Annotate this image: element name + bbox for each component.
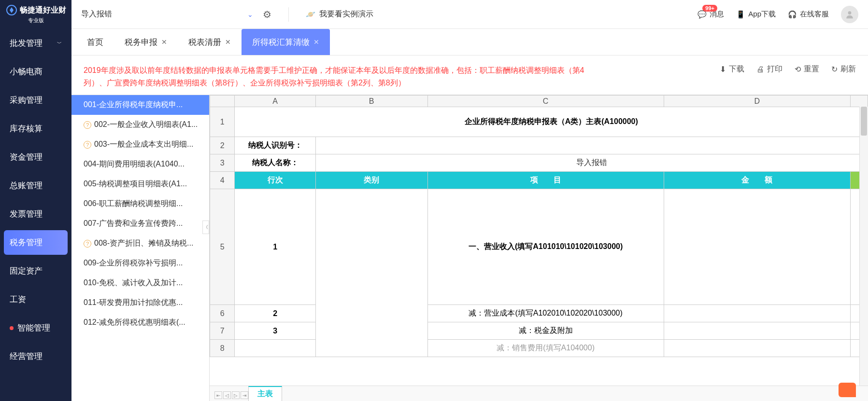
taxpayer-id-label[interactable]: 纳税人识别号： bbox=[235, 137, 315, 154]
sheet-corner[interactable] bbox=[210, 96, 235, 107]
tree-item[interactable]: 010-免税、减计收入及加计... bbox=[71, 273, 209, 293]
app-download-button[interactable]: 📱 App下载 bbox=[736, 10, 776, 19]
col-head-c[interactable]: C bbox=[427, 96, 664, 107]
tree-item[interactable]: 011-研发费用加计扣除优惠... bbox=[71, 293, 209, 313]
row-head[interactable]: 5 bbox=[210, 189, 235, 305]
row-head[interactable]: 4 bbox=[210, 172, 235, 189]
row-head[interactable]: 3 bbox=[210, 154, 235, 172]
tree-item[interactable]: ?002-一般企业收入明细表(A1... bbox=[71, 115, 209, 135]
data-rownum[interactable]: 1 bbox=[235, 189, 315, 305]
print-icon: 🖨 bbox=[756, 65, 764, 74]
tree-item[interactable]: 012-减免所得税优惠明细表(... bbox=[71, 313, 209, 332]
reset-button[interactable]: ⟲重置 bbox=[795, 64, 819, 74]
row-head[interactable]: 8 bbox=[210, 340, 235, 357]
taxpayer-name-label[interactable]: 纳税人名称： bbox=[235, 154, 315, 172]
sidebar-item[interactable]: 采购管理 bbox=[0, 86, 71, 114]
print-button[interactable]: 🖨打印 bbox=[756, 64, 783, 74]
taxpayer-id-value[interactable] bbox=[315, 137, 868, 154]
refresh-button[interactable]: ↻刷新 bbox=[831, 64, 856, 74]
data-amount[interactable] bbox=[664, 305, 850, 322]
col-item[interactable]: 项 目 bbox=[427, 172, 664, 189]
col-head-d[interactable]: D bbox=[664, 96, 850, 107]
sidebar-item[interactable]: 总账管理 bbox=[0, 171, 71, 200]
sidebar-item[interactable]: 小畅电商 bbox=[0, 57, 71, 86]
sheet-nav-next[interactable]: ▷ bbox=[232, 391, 240, 399]
tree-item[interactable]: ?003-一般企业成本支出明细... bbox=[71, 135, 209, 154]
scrollbar-thumb[interactable] bbox=[861, 107, 867, 136]
chat-bubble-icon[interactable] bbox=[839, 383, 856, 397]
messages-button[interactable]: 99+ 💬 消息 bbox=[697, 10, 724, 19]
sidebar-item[interactable]: 库存核算 bbox=[0, 114, 71, 143]
support-button[interactable]: 🎧 在线客服 bbox=[788, 10, 829, 19]
col-head-e[interactable] bbox=[850, 96, 868, 107]
sidebar-item[interactable]: 批发管理﹀ bbox=[0, 29, 71, 57]
download-button[interactable]: ⬇下载 bbox=[720, 64, 744, 74]
data-amount[interactable] bbox=[664, 340, 850, 357]
sidebar-label: 智能管理 bbox=[17, 322, 50, 333]
col-amount[interactable]: 金 额 bbox=[664, 172, 850, 189]
tree-item[interactable]: 005-纳税调整项目明细表(A1... bbox=[71, 174, 209, 194]
tabs-bar: 首页税务申报✕税表清册✕所得税汇算清缴✕ bbox=[71, 29, 868, 55]
avatar[interactable] bbox=[841, 6, 858, 23]
row-head[interactable]: 1 bbox=[210, 107, 235, 137]
col-head-b[interactable]: B bbox=[315, 96, 427, 107]
tab[interactable]: 所得税汇算清缴✕ bbox=[242, 29, 330, 55]
col-rownum[interactable]: 行次 bbox=[235, 172, 315, 189]
sheet-title[interactable]: 企业所得税年度纳税申报表（A类）主表(A100000) bbox=[235, 107, 868, 137]
company-dropdown[interactable]: 导入报错 ⌄ bbox=[81, 9, 253, 19]
col-category[interactable]: 类别 bbox=[315, 172, 427, 189]
tree-item[interactable]: 004-期间费用明细表(A1040... bbox=[71, 154, 209, 174]
demo-link[interactable]: 🪐 我要看实例演示 bbox=[306, 9, 373, 19]
tab-label: 税表清册 bbox=[188, 37, 221, 48]
brand-name: 畅捷通好业财 bbox=[20, 5, 66, 15]
tree-label: 009-企业所得税弥补亏损明... bbox=[84, 258, 183, 268]
row-head[interactable]: 7 bbox=[210, 322, 235, 340]
category-cell[interactable] bbox=[315, 189, 427, 357]
row-head[interactable]: 2 bbox=[210, 137, 235, 154]
sheet-nav-last[interactable]: ⇥ bbox=[241, 391, 248, 399]
data-rownum[interactable] bbox=[235, 340, 315, 357]
data-amount[interactable] bbox=[664, 322, 850, 340]
collapse-tree-button[interactable]: 《 bbox=[202, 221, 209, 234]
close-icon[interactable]: ✕ bbox=[313, 38, 319, 46]
tab[interactable]: 税表清册✕ bbox=[178, 29, 242, 55]
app-download-label: App下载 bbox=[748, 10, 776, 19]
row-head[interactable]: 6 bbox=[210, 305, 235, 322]
tree-item[interactable]: 007-广告费和业务宣传费跨... bbox=[71, 214, 209, 234]
tab[interactable]: 税务申报✕ bbox=[114, 29, 178, 55]
sidebar-label: 小畅电商 bbox=[10, 66, 43, 77]
tab[interactable]: 首页 bbox=[76, 29, 114, 55]
sheet-nav-first[interactable]: ⇤ bbox=[214, 391, 222, 399]
data-rownum[interactable]: 3 bbox=[235, 322, 315, 340]
sheet-nav-prev[interactable]: ◁ bbox=[223, 391, 231, 399]
brand-icon bbox=[6, 4, 17, 16]
data-item[interactable]: 减：营业成本(填写A102010\102020\103000) bbox=[427, 305, 664, 322]
sidebar-item[interactable]: 税务管理 bbox=[4, 230, 68, 255]
sidebar-item[interactable]: 经营管理 bbox=[0, 342, 71, 371]
tree-item[interactable]: 001-企业所得税年度纳税申... bbox=[71, 95, 209, 115]
close-icon[interactable]: ✕ bbox=[161, 38, 167, 46]
data-item[interactable]: 减：税金及附加 bbox=[427, 322, 664, 340]
sidebar-item[interactable]: 智能管理 bbox=[0, 314, 71, 342]
sidebar-item[interactable]: 工资 bbox=[0, 285, 71, 314]
vertical-scrollbar[interactable] bbox=[859, 107, 868, 386]
sheet-tab[interactable]: 主表 bbox=[248, 386, 282, 401]
download-icon: ⬇ bbox=[720, 65, 726, 74]
sidebar-item[interactable]: 固定资产 bbox=[0, 257, 71, 285]
taxpayer-name-value[interactable]: 导入报错 bbox=[315, 154, 868, 172]
col-head-a[interactable]: A bbox=[235, 96, 315, 107]
gear-icon[interactable]: ⚙ bbox=[263, 9, 271, 20]
data-item[interactable]: 一、营业收入(填写A101010\101020\103000) bbox=[427, 189, 664, 305]
sidebar-item[interactable]: 发票管理 bbox=[0, 200, 71, 228]
close-icon[interactable]: ✕ bbox=[225, 38, 231, 46]
sidebar-item[interactable]: 资金管理 bbox=[0, 143, 71, 171]
tree-item[interactable]: ?008-资产折旧、摊销及纳税... bbox=[71, 234, 209, 253]
sidebar-label: 采购管理 bbox=[10, 95, 43, 106]
data-rownum[interactable]: 2 bbox=[235, 305, 315, 322]
data-amount[interactable] bbox=[664, 189, 850, 305]
tree-item[interactable]: 009-企业所得税弥补亏损明... bbox=[71, 253, 209, 273]
user-icon bbox=[845, 10, 854, 19]
tree-item[interactable]: 006-职工薪酬纳税调整明细... bbox=[71, 194, 209, 214]
reset-icon: ⟲ bbox=[795, 65, 801, 74]
data-item[interactable]: 减：销售费用(填写A104000) bbox=[427, 340, 664, 357]
